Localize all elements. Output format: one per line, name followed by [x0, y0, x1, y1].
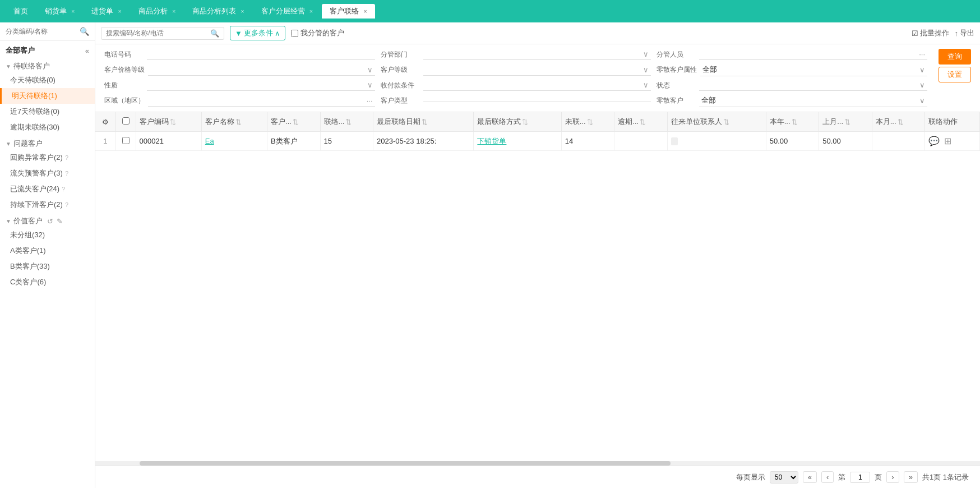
sidebar-item-tomorrow[interactable]: 明天待联络(1) [0, 88, 95, 104]
cust-grade-field: 客户等级 ∨ [381, 65, 651, 76]
triangle-icon-2: ▼ [6, 141, 11, 147]
search-submit-icon[interactable]: 🔍 [210, 29, 219, 38]
cust-type-field: 客户类型 [381, 96, 651, 105]
col-settings[interactable]: ⚙ [95, 112, 115, 132]
region-more-icon: ··· [367, 96, 373, 105]
sidebar-item-repurchase-abnormal[interactable]: 回购异常客户(2) ? [0, 150, 95, 165]
help-icon-1: ? [65, 154, 68, 161]
status-select[interactable]: ∨ [699, 80, 927, 91]
price-grade-select[interactable]: ∨ [148, 65, 375, 76]
sidebar-item-today[interactable]: 今天待联络(0) [0, 72, 95, 88]
sidebar-item-7days[interactable]: 近7天待联络(0) [0, 104, 95, 119]
more-conditions-btn[interactable]: ▼ 更多条件 ∧ [230, 26, 285, 40]
nav-tab-analysis[interactable]: 商品分析 × [131, 4, 183, 19]
page-size-select[interactable]: 50 100 200 [770, 471, 798, 484]
row-this-year: 50.00 [766, 132, 819, 151]
close-customer-tier-tab[interactable]: × [309, 8, 313, 15]
cust-grade-select[interactable]: ∨ [423, 65, 651, 76]
price-grade-field: 客户价格等级 ∨ [104, 65, 375, 76]
export-btn[interactable]: ↑ 导出 [955, 28, 975, 38]
retail-cust-field: 零散客户 全部 ∨ [657, 94, 927, 107]
nav-tab-analysis-list[interactable]: 商品分析列表 × [184, 4, 252, 19]
dept-arrow-icon: ∨ [643, 50, 649, 58]
filter-row-3: 性质 ∨ 收付款条件 ∨ [104, 80, 927, 91]
sidebar-item-class-b[interactable]: B类客户(33) [0, 259, 95, 274]
row-overdue [614, 132, 668, 151]
payment-select[interactable]: ∨ [423, 80, 651, 91]
action-icons-group: 💬 ⊞ [928, 136, 976, 146]
search-input[interactable] [106, 29, 210, 37]
row-index: 1 [95, 132, 115, 151]
phone-input[interactable] [147, 49, 375, 60]
sidebar-search-icon[interactable]: 🔍 [80, 27, 89, 36]
sidebar-item-ungrouped[interactable]: 未分组(32) [0, 227, 95, 243]
sidebar-group-value: ▼ 价值客户 ↺ ✎ [0, 213, 95, 227]
horizontal-scrollbar[interactable] [95, 461, 980, 466]
nature-arrow: ∨ [367, 81, 373, 89]
chevron-up-icon: ∧ [275, 29, 280, 38]
cust-type-select[interactable] [423, 99, 651, 102]
my-customers-checkbox[interactable] [291, 30, 298, 37]
close-customer-contact-tab[interactable]: × [363, 8, 367, 15]
sidebar-search-input[interactable] [6, 27, 80, 35]
scrollbar-thumb[interactable] [140, 461, 671, 466]
grid-action-icon[interactable]: ⊞ [944, 136, 951, 146]
advanced-filter-panel: 电话号码 分管部门 ∨ 分管人员 [95, 44, 980, 112]
edit-icon[interactable]: ✎ [57, 217, 63, 225]
retail-cust-select[interactable]: 全部 ∨ [699, 94, 927, 107]
my-customers-checkbox-area: 我分管的客户 [291, 28, 344, 38]
prev-page-btn[interactable]: ‹ [821, 471, 834, 483]
status-arrow: ∨ [919, 81, 925, 89]
close-purchase-tab[interactable]: × [118, 8, 121, 15]
nav-tab-purchase[interactable]: 进货单 × [84, 4, 129, 19]
nav-tab-sales[interactable]: 销货单 × [37, 4, 82, 19]
sidebar-group-problem: ▼ 问题客户 [0, 135, 95, 150]
nature-select[interactable]: ∨ [147, 80, 375, 91]
col-last-date: 最后联络日期 ⇅ [373, 112, 474, 132]
sidebar-collapse-icon[interactable]: « [85, 47, 89, 55]
sidebar-item-declining[interactable]: 持续下滑客户(2) ? [0, 197, 95, 213]
close-analysis-list-tab[interactable]: × [241, 8, 244, 15]
dept-select[interactable]: ∨ [423, 49, 651, 60]
nav-home[interactable]: 首页 [6, 4, 36, 19]
next-page-btn[interactable]: › [886, 471, 899, 483]
help-icon-2: ? [65, 170, 68, 177]
setting-button[interactable]: 设置 [939, 67, 971, 82]
table-row: 1 000021 Ea B类客户 15 2023-05-23 18:25: 下销… [95, 132, 980, 151]
last-page-btn[interactable]: » [904, 471, 918, 483]
payment-field: 收付款条件 ∨ [381, 80, 651, 91]
manager-select[interactable]: ··· [699, 49, 927, 60]
cust-grade-arrow: ∨ [643, 66, 649, 74]
select-all-checkbox[interactable] [122, 117, 130, 125]
retail-attr-field: 零散客户属性 全部 ∨ [657, 63, 927, 76]
filter-row-1: 电话号码 分管部门 ∨ 分管人员 [104, 49, 927, 60]
sidebar-item-churn-warning[interactable]: 流失预警客户(3) ? [0, 165, 95, 181]
nav-tab-customer-tier[interactable]: 客户分层经营 × [253, 4, 321, 19]
sidebar-search-area: 🔍 [0, 22, 95, 41]
page-number-input[interactable] [850, 472, 870, 483]
region-select[interactable]: ··· [148, 95, 375, 107]
close-sales-tab[interactable]: × [71, 8, 75, 15]
row-checkbox[interactable] [122, 137, 130, 144]
retail-attr-select[interactable]: 全部 ∨ [700, 63, 927, 76]
sidebar-item-churned[interactable]: 已流失客户(24) ? [0, 181, 95, 197]
sidebar-item-class-a[interactable]: A类客户(1) [0, 243, 95, 259]
nav-tab-customer-contact[interactable]: 客户联络 × [322, 4, 375, 19]
message-action-icon[interactable]: 💬 [928, 136, 940, 146]
query-button[interactable]: 查询 [939, 49, 971, 65]
last-method-link[interactable]: 下销货单 [477, 137, 506, 145]
customer-name-link[interactable]: Ea [205, 137, 214, 145]
batch-op-btn[interactable]: ☑ 批量操作 [912, 28, 949, 38]
sidebar-group-pending: ▼ 待联络客户 [0, 58, 95, 72]
filter-icon: ▼ [235, 29, 242, 38]
row-last-month: 50.00 [819, 132, 872, 151]
col-company-contact: 往来单位联系人 ⇅ [667, 112, 766, 132]
refresh-icon[interactable]: ↺ [47, 217, 53, 225]
col-no-contact: 未联... ⇅ [561, 112, 614, 132]
first-page-btn[interactable]: « [803, 471, 817, 483]
close-analysis-tab[interactable]: × [172, 8, 175, 15]
col-overdue: 逾期... ⇅ [614, 112, 668, 132]
filter-row-4: 区域（地区） ··· 客户类型 [104, 94, 927, 107]
sidebar-item-class-c[interactable]: C类客户(6) [0, 274, 95, 290]
sidebar-item-overdue[interactable]: 逾期未联络(30) [0, 119, 95, 135]
